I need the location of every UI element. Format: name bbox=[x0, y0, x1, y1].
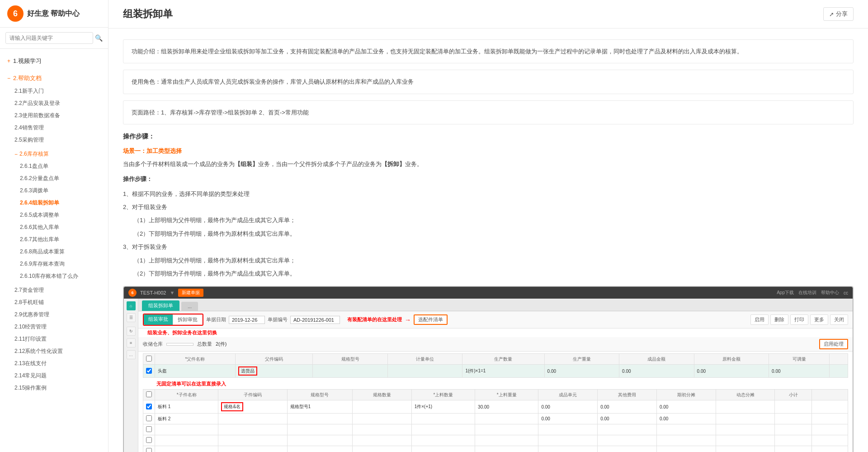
sidebar-item-install[interactable]: 2.2产品安装及登录 bbox=[11, 97, 108, 109]
lower-table-row-1: 板料 1 规格&名 规格型号1 1件×(+1) 30.00 0.00 bbox=[143, 400, 848, 414]
upper-table-container: *父件名称 父件编码 规格型号 计量单位 生产数量 生产重量 成品金额 原料金额 bbox=[138, 352, 853, 380]
search-input[interactable] bbox=[5, 32, 93, 44]
warehouse-field[interactable] bbox=[166, 343, 193, 346]
steps-intro: 操作步骤： bbox=[123, 174, 854, 185]
sidebar-item-data-prep[interactable]: 2.3使用前数据准备 bbox=[11, 109, 108, 122]
col-check bbox=[143, 354, 155, 365]
sidebar-item-mobile[interactable]: 2.8手机旺铺 bbox=[11, 296, 108, 309]
sidebar-item-assembly[interactable]: 2.6.4组装拆卸单 bbox=[16, 197, 108, 209]
col-sub-period-alloc: 期初分摊 bbox=[656, 390, 716, 400]
col-sub-other-cost: 其他费用 bbox=[598, 390, 657, 400]
sidebar-icon-filter[interactable]: ≡ bbox=[127, 338, 136, 347]
search-button[interactable]: 🔍 bbox=[95, 34, 103, 42]
operations-title: 操作步骤： bbox=[123, 133, 854, 141]
step-1: 1、根据不同的业务，选择不同单据的类型来处理 bbox=[123, 189, 854, 199]
type-selector: 组装审批 拆卸审批 bbox=[143, 314, 203, 326]
sidebar: 6 好生意 帮助中心 🔍 + 1.视频学习 − 2.帮助文档 2.1新手入门 2… bbox=[0, 0, 108, 452]
row-checkbox[interactable] bbox=[146, 437, 152, 443]
header-checkbox[interactable] bbox=[146, 356, 152, 362]
main-header: 组装拆卸单 ➚ 分享 bbox=[108, 0, 868, 29]
sidebar-icon-list[interactable]: ☰ bbox=[127, 313, 136, 322]
sidebar-item-finance[interactable]: 2.7资金管理 bbox=[11, 284, 108, 296]
nav-section-video: + 1.视频学习 bbox=[0, 52, 108, 70]
table-row: 头盔 选货品 1(件)×1=1 0.00 0.00 bbox=[143, 365, 848, 378]
sidebar-item-sales[interactable]: 2.4销售管理 bbox=[11, 122, 108, 134]
topbar-user: cc bbox=[844, 290, 848, 295]
tab-other[interactable]: ... bbox=[181, 302, 198, 311]
step-3: 3、对于拆装业务 bbox=[123, 242, 854, 252]
docs-children: 2.1新手入门 2.2产品安装及登录 2.3使用前数据准备 2.4销售管理 2.… bbox=[0, 85, 108, 394]
sidebar-item-docs[interactable]: − 2.帮助文档 bbox=[0, 71, 108, 85]
nav-section-docs: − 2.帮助文档 2.1新手入门 2.2产品安装及登录 2.3使用前数据准备 2… bbox=[0, 70, 108, 396]
total-qty-label: 总数量 bbox=[197, 341, 212, 347]
col-prod-weight: 生产重量 bbox=[544, 354, 619, 365]
app-topbar: 6 TEST-H002 ▼ 新建单据 App下载 在线培训 帮助中心 cc bbox=[124, 287, 853, 299]
col-sub-finished-unit: 成品单元 bbox=[538, 390, 598, 400]
scenario1-title: 场景一：加工类型选择 bbox=[123, 147, 854, 155]
type-disassembly-btn[interactable]: 拆卸审批 bbox=[173, 314, 203, 325]
nav-tree: + 1.视频学习 − 2.帮助文档 2.1新手入门 2.2产品安装及登录 2.3… bbox=[0, 49, 108, 452]
sidebar-item-ledger-error[interactable]: 2.6.10库存账本错了么办 bbox=[16, 270, 108, 282]
sidebar-item-print[interactable]: 2.11打印设置 bbox=[11, 333, 108, 345]
sidebar-item-inventory[interactable]: − 2.6库存核算 bbox=[11, 148, 108, 160]
more-btn[interactable]: 更多 bbox=[810, 314, 828, 325]
sidebar-icon-arrow[interactable]: ↻ bbox=[127, 327, 136, 336]
topbar-logo: 6 bbox=[128, 289, 137, 297]
sidebar-item-coupon[interactable]: 2.9优惠券管理 bbox=[11, 309, 108, 321]
sidebar-icon-more[interactable]: … bbox=[127, 350, 136, 359]
lower-table-row-5 bbox=[143, 446, 848, 452]
date-label: 单据日期 bbox=[206, 316, 226, 323]
print-btn[interactable]: 打印 bbox=[790, 314, 808, 325]
share-label: 分享 bbox=[836, 10, 848, 18]
sidebar-item-newbie[interactable]: 2.1新手入门 bbox=[11, 85, 108, 97]
tab-bar: 组装拆卸单 ... bbox=[138, 299, 853, 311]
sidebar-item-personalize[interactable]: 2.12系统个性化设置 bbox=[11, 345, 108, 357]
row-checkbox[interactable] bbox=[146, 404, 152, 409]
enable-btn[interactable]: 启用 bbox=[750, 314, 769, 325]
sidebar-item-cost-adjust[interactable]: 2.6.5成本调整单 bbox=[16, 209, 108, 221]
parent-name-cell: 头盔 bbox=[155, 365, 236, 378]
lower-header-row: *子件名称 子件编码 规格型号 规格数量 *上料数量 *上料重量 成品单元 其他… bbox=[143, 390, 848, 400]
type-assembly-btn[interactable]: 组装审批 bbox=[144, 314, 173, 325]
select-bom-btn[interactable]: 选配件清单 bbox=[414, 314, 448, 325]
row-checkbox[interactable] bbox=[146, 415, 152, 421]
upper-table: *父件名称 父件编码 规格型号 计量单位 生产数量 生产重量 成品金额 原料金额 bbox=[143, 353, 848, 378]
lower-header-checkbox[interactable] bbox=[146, 391, 152, 397]
col-actions bbox=[830, 354, 848, 365]
col-avail-qty: 可调量 bbox=[769, 354, 830, 365]
activate-btn[interactable]: 启用处理 bbox=[819, 339, 848, 349]
col-sub-feed-qty: *上料数量 bbox=[411, 390, 475, 400]
role-text: 使用角色：通常由生产人员或库管人员完成拆装业务的操作，库管人员确认原材料的出库和… bbox=[132, 78, 414, 85]
sidebar-item-inventory-ledger[interactable]: 2.6.9库存账本查询 bbox=[16, 258, 108, 270]
sub-code-field-1[interactable]: 规格&名 bbox=[221, 402, 243, 411]
share-button[interactable]: ➚ 分享 bbox=[823, 7, 854, 21]
screenshot-container: 6 TEST-H002 ▼ 新建单据 App下载 在线培训 帮助中心 cc bbox=[123, 286, 854, 452]
row-checkbox[interactable] bbox=[146, 368, 152, 374]
sidebar-item-other-out[interactable]: 2.6.7其他出库单 bbox=[16, 233, 108, 246]
delete-btn[interactable]: 删除 bbox=[770, 314, 788, 325]
sidebar-item-transfer[interactable]: 2.6.3调拨单 bbox=[16, 185, 108, 197]
sidebar-item-purchase[interactable]: 2.5采购管理 bbox=[11, 134, 108, 146]
sidebar-item-partial-stocktake[interactable]: 2.6.2分量盘点单 bbox=[16, 172, 108, 185]
topbar-app-download: App下载 bbox=[777, 290, 794, 296]
sidebar-icon-home[interactable]: ⌂ bbox=[127, 301, 136, 310]
sidebar-item-online-pay[interactable]: 2.13在线支付 bbox=[11, 357, 108, 370]
close-btn[interactable]: 关闭 bbox=[830, 314, 848, 325]
sidebar-item-faq[interactable]: 2.14常见问题 bbox=[11, 370, 108, 382]
app-name: 好生意 帮助中心 bbox=[27, 9, 80, 19]
row-checkbox[interactable] bbox=[146, 426, 152, 432]
sidebar-item-other-in[interactable]: 2.6.6其他入库单 bbox=[16, 221, 108, 233]
new-doc-btn[interactable]: 新建单据 bbox=[178, 289, 203, 297]
sidebar-item-stocktake[interactable]: 2.6.1盘点单 bbox=[16, 160, 108, 172]
tab-assembly[interactable]: 组装拆卸单 bbox=[142, 300, 179, 311]
path-block: 页面路径：1、库存核算->库存管理->组装拆卸单 2、首页->常用功能 bbox=[123, 100, 854, 124]
sidebar-item-video[interactable]: + 1.视频学习 bbox=[0, 54, 108, 68]
sidebar-item-cases[interactable]: 2.15操作案例 bbox=[11, 382, 108, 394]
row-checkbox[interactable] bbox=[146, 448, 152, 452]
select-goods-field[interactable]: 选货品 bbox=[238, 366, 257, 376]
sidebar-item-biz-mgmt[interactable]: 2.10经营管理 bbox=[11, 321, 108, 333]
path-text: 页面路径：1、库存核算->库存管理->组装拆卸单 2、首页->常用功能 bbox=[132, 109, 309, 116]
col-parent-code: 父件编码 bbox=[235, 354, 313, 365]
sidebar-item-cost-recalc[interactable]: 2.6.8商品成本重算 bbox=[16, 246, 108, 258]
col-finished-amt: 成品金额 bbox=[619, 354, 694, 365]
